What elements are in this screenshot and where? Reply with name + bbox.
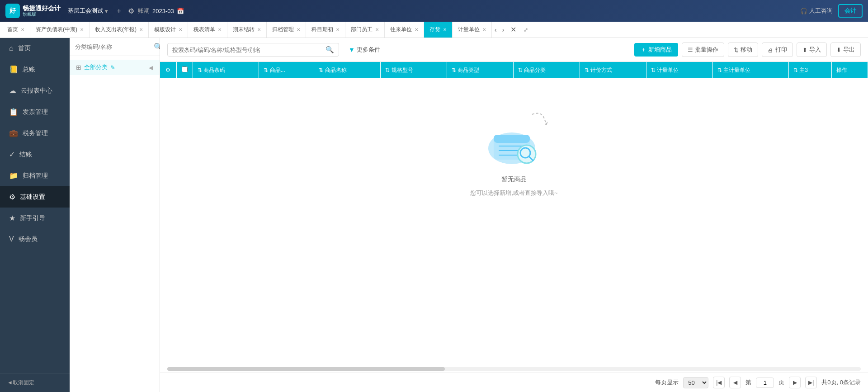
sidebar-unpin[interactable]: ◄取消固定: [0, 373, 70, 392]
tab-contact-close[interactable]: ✕: [415, 28, 418, 32]
page-number-input[interactable]: [756, 378, 774, 388]
service-button[interactable]: 🎧 人工咨询: [800, 7, 833, 15]
move-icon: ⇅: [734, 47, 739, 53]
page-size-select[interactable]: 50 10 20 100: [683, 377, 708, 388]
tab-unit-close[interactable]: ✕: [482, 28, 486, 32]
tab-tax[interactable]: 税表清单 ✕: [188, 22, 227, 38]
tab-period-close[interactable]: ✕: [257, 28, 261, 32]
tab-home[interactable]: 首页 ✕: [2, 22, 30, 38]
tab-close-all[interactable]: ✕: [507, 22, 520, 38]
product-search-icon[interactable]: 🔍: [326, 46, 334, 54]
logo-text: 畅捷通好会计 旗舰版: [23, 5, 61, 18]
table-col-main-unit[interactable]: ⇅ 主计量单位: [712, 62, 788, 78]
table-col-price[interactable]: ⇅ 计价方式: [580, 62, 646, 78]
prev-page-button[interactable]: ◀: [729, 377, 741, 388]
scrollbar-thumb[interactable]: [167, 367, 445, 371]
sidebar-tax-label: 税务管理: [23, 129, 48, 137]
table-col-name[interactable]: ⇅ 商品名称: [314, 62, 381, 78]
next-page-button[interactable]: ▶: [789, 377, 801, 388]
tab-income[interactable]: 收入支出表(年报) ✕: [90, 22, 149, 38]
archive-icon: 📁: [9, 171, 18, 180]
sidebar-item-member[interactable]: V 畅会员: [0, 229, 70, 250]
select-all-checkbox[interactable]: [182, 66, 188, 72]
cat-collapse-icon[interactable]: ◀: [149, 64, 153, 71]
sort-icon-9: ⇅: [717, 67, 722, 73]
tab-home-close[interactable]: ✕: [21, 28, 24, 32]
tab-home-label: 首页: [7, 26, 18, 33]
tab-inventory-close[interactable]: ✕: [443, 28, 447, 32]
sidebar-item-reports[interactable]: ☁ 云报表中心: [0, 80, 70, 101]
company-name: 基层工会测试: [68, 7, 103, 15]
sidebar-item-settings[interactable]: ⚙ 基础设置: [0, 186, 70, 208]
period-value: 2023-03: [152, 8, 174, 14]
tab-balance-label: 资产负债表(中期): [36, 26, 77, 33]
tab-contact[interactable]: 往来单位 ✕: [385, 22, 424, 38]
empty-subtitle: 您可以选择新增,或者直接导入哦~: [470, 189, 557, 197]
export-button[interactable]: ⬇ 导出: [830, 43, 861, 57]
import-button[interactable]: ⬆ 导入: [797, 43, 827, 57]
account-button[interactable]: 会计: [838, 4, 863, 18]
tab-dept[interactable]: 部门员工 ✕: [345, 22, 385, 38]
sidebar-item-home[interactable]: ⌂ 首页: [0, 38, 70, 59]
tab-nav-left[interactable]: ‹: [492, 22, 500, 38]
sidebar-item-tax[interactable]: 💼 税务管理: [0, 123, 70, 144]
last-page-button[interactable]: ▶|: [805, 377, 817, 388]
table-col-checkbox[interactable]: [176, 62, 193, 78]
table-col-code[interactable]: ⇅ 商品...: [259, 62, 314, 78]
tab-template[interactable]: 模版设计 ✕: [149, 22, 188, 38]
company-selector[interactable]: 基层工会测试 ▾: [68, 7, 108, 15]
tab-income-close[interactable]: ✕: [139, 28, 143, 32]
sidebar-item-archive[interactable]: 📁 归档管理: [0, 165, 70, 186]
sort-icon-5: ⇅: [452, 67, 456, 73]
table-col-barcode[interactable]: ⇅ 商品条码: [193, 62, 259, 78]
table-col-spec[interactable]: ⇅ 规格型号: [381, 62, 447, 78]
add-product-button[interactable]: ＋ 新增商品: [634, 43, 678, 57]
category-search-input[interactable]: [75, 43, 151, 50]
tab-balance[interactable]: 资产负债表(中期) ✕: [30, 22, 90, 38]
more-filter-button[interactable]: ▼ 更多条件: [344, 43, 384, 57]
tab-archive-close[interactable]: ✕: [297, 28, 300, 32]
tab-dept-label: 部门员工: [351, 26, 373, 33]
table-col-type[interactable]: ⇅ 商品类型: [447, 62, 514, 78]
sidebar-item-settle[interactable]: ✓ 结账: [0, 144, 70, 165]
sidebar-item-guide[interactable]: ★ 新手引导: [0, 208, 70, 229]
tab-tax-close[interactable]: ✕: [218, 28, 222, 32]
tab-nav-right[interactable]: ›: [500, 22, 507, 38]
sort-icon-8: ⇅: [651, 67, 656, 73]
product-search-input[interactable]: [172, 47, 323, 53]
table-col-settings[interactable]: ⚙: [160, 62, 176, 78]
first-page-button[interactable]: |◀: [713, 377, 725, 388]
category-all[interactable]: ⊞ 全部分类 ✎ ◀: [70, 60, 160, 75]
tab-template-close[interactable]: ✕: [179, 28, 182, 32]
sidebar-item-ledger[interactable]: 📒 总账: [0, 59, 70, 80]
cat-edit-icon[interactable]: ✎: [110, 64, 115, 71]
table-col-unit[interactable]: ⇅ 计量单位: [646, 62, 712, 78]
tab-unit[interactable]: 计量单位 ✕: [453, 22, 492, 38]
table-col-category[interactable]: ⇅ 商品分类: [514, 62, 580, 78]
sidebar-reports-label: 云报表中心: [21, 87, 52, 95]
filter-label: 更多条件: [357, 46, 380, 54]
print-button[interactable]: 🖨 打印: [762, 43, 793, 57]
calendar-icon[interactable]: 📅: [177, 8, 184, 14]
sidebar-item-invoice[interactable]: 📋 发票管理: [0, 101, 70, 123]
sidebar-home-label: 首页: [18, 44, 31, 52]
move-button[interactable]: ⇅ 移动: [728, 43, 758, 57]
tab-inventory[interactable]: 存货 ✕: [424, 22, 453, 38]
table-col-extra[interactable]: ⇅ 主3: [789, 62, 832, 78]
tab-expand[interactable]: ⤢: [520, 22, 532, 38]
category-search: 🔍: [70, 38, 160, 56]
tab-balance-close[interactable]: ✕: [80, 28, 84, 32]
tab-subject-close[interactable]: ✕: [336, 28, 340, 32]
tab-period[interactable]: 期末结转 ✕: [227, 22, 267, 38]
tab-dept-close[interactable]: ✕: [375, 28, 379, 32]
tab-archive[interactable]: 归档管理 ✕: [267, 22, 306, 38]
page-unit: 页: [778, 378, 784, 387]
batch-operation-button[interactable]: ☰ 批量操作: [682, 43, 724, 57]
settings-icon[interactable]: ⚙: [128, 7, 134, 15]
batch-icon: ☰: [688, 47, 693, 53]
add-tab-icon[interactable]: ＋: [115, 6, 123, 16]
tab-subject[interactable]: 科目期初 ✕: [306, 22, 345, 38]
scrollbar-track[interactable]: [167, 367, 861, 371]
batch-label: 批量操作: [695, 46, 718, 54]
pagination-bar: 每页显示 50 10 20 100 |◀ ◀ 第 页 ▶ ▶| 共0页, 0条记…: [160, 373, 868, 392]
